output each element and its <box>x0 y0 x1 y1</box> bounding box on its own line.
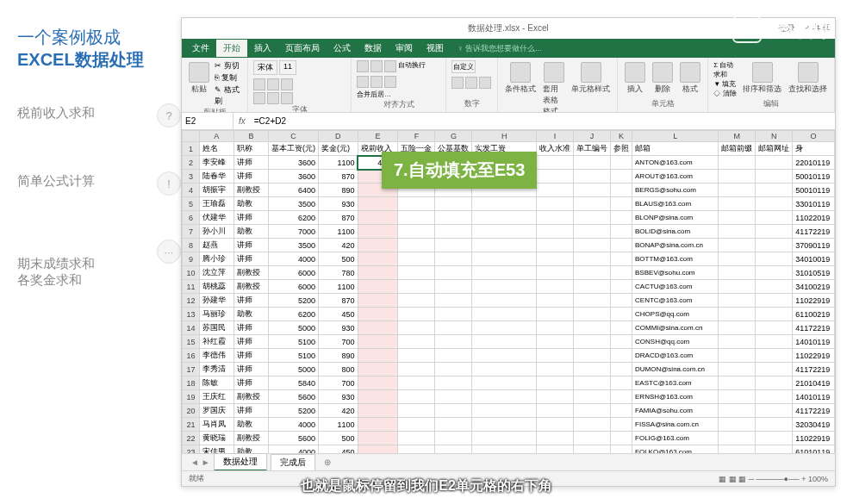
cell[interactable] <box>472 376 537 390</box>
cell[interactable]: 讲师 <box>233 363 268 376</box>
cell[interactable] <box>719 197 756 211</box>
cell[interactable] <box>472 197 537 211</box>
cell[interactable]: BERGS@sohu.com <box>632 184 719 197</box>
cell[interactable]: 1100 <box>318 156 358 170</box>
cell[interactable]: 800 <box>318 363 358 376</box>
cell[interactable]: 副教授 <box>233 266 268 280</box>
cell[interactable] <box>398 280 435 294</box>
header-cell[interactable]: 姓名 <box>199 142 233 156</box>
cell[interactable] <box>719 294 756 308</box>
cell[interactable] <box>358 308 398 321</box>
header-cell[interactable]: 收入水准 <box>537 142 574 156</box>
cell[interactable]: 助教 <box>233 308 268 321</box>
cell[interactable] <box>435 280 472 294</box>
cell[interactable]: 王庆红 <box>199 390 233 404</box>
cell[interactable] <box>358 252 398 266</box>
cell[interactable] <box>574 376 611 390</box>
cell[interactable]: 450 <box>318 308 358 321</box>
cell[interactable]: 马肖凤 <box>199 418 233 432</box>
cell[interactable]: 宋佳男 <box>199 445 233 454</box>
header-cell[interactable]: 基本工资(元) <box>268 142 318 156</box>
cell[interactable] <box>574 184 611 197</box>
cell[interactable] <box>611 349 632 363</box>
cell[interactable] <box>756 321 793 335</box>
cell[interactable]: 5100 <box>268 335 318 349</box>
cell[interactable] <box>358 445 398 454</box>
cell[interactable] <box>537 308 574 321</box>
cell[interactable] <box>756 197 793 211</box>
tab-review[interactable]: 审阅 <box>389 40 420 57</box>
cell[interactable] <box>398 404 435 418</box>
cell[interactable]: 讲师 <box>233 156 268 170</box>
cell[interactable] <box>398 252 435 266</box>
cell[interactable]: 沈立萍 <box>199 266 233 280</box>
cell[interactable] <box>398 294 435 308</box>
cell[interactable]: BLAUS@163.com <box>632 197 719 211</box>
cell[interactable]: 讲师 <box>233 335 268 349</box>
cell[interactable]: 罗国庆 <box>199 404 233 418</box>
cell[interactable] <box>435 390 472 404</box>
percent-button[interactable] <box>465 77 477 89</box>
col-header-C[interactable]: C <box>268 131 318 142</box>
cell[interactable]: 14010119 <box>793 390 835 404</box>
cell[interactable] <box>574 266 611 280</box>
cell[interactable] <box>719 280 756 294</box>
wrap-text-button[interactable]: 自动换行 <box>398 60 426 72</box>
format-cell-button[interactable]: 格式 <box>678 60 702 96</box>
cell[interactable]: 5200 <box>268 294 318 308</box>
cell[interactable] <box>719 239 756 252</box>
row-header-4[interactable]: 4 <box>183 184 200 197</box>
cond-format-button[interactable]: 条件格式 <box>503 60 538 96</box>
font-size-select[interactable]: 11 <box>279 60 296 75</box>
lesson-item-1[interactable]: 税前收入求和 ? <box>17 105 181 121</box>
cell[interactable] <box>398 445 435 454</box>
cell[interactable]: 61100219 <box>793 308 835 321</box>
cell[interactable] <box>472 252 537 266</box>
cell[interactable]: 870 <box>318 170 358 184</box>
cell[interactable] <box>358 239 398 252</box>
align-right-button[interactable] <box>384 76 396 88</box>
col-header-E[interactable]: E <box>358 131 398 142</box>
cell[interactable]: 34100219 <box>793 280 835 294</box>
tell-me-search[interactable]: ♀ 告诉我您想要做什么... <box>458 43 542 54</box>
cell[interactable] <box>537 211 574 225</box>
cell[interactable] <box>719 252 756 266</box>
col-header-G[interactable]: G <box>435 131 472 142</box>
cell[interactable] <box>398 266 435 280</box>
cell[interactable] <box>358 211 398 225</box>
header-cell[interactable]: 邮箱前缀 <box>719 142 756 156</box>
cell[interactable]: ERNSH@163.com <box>632 390 719 404</box>
clear-button[interactable]: ◇ 清除 <box>713 89 738 98</box>
cell[interactable] <box>719 445 756 454</box>
cell[interactable] <box>537 156 574 170</box>
cell[interactable]: 34010019 <box>793 252 835 266</box>
cell[interactable]: 3600 <box>268 156 318 170</box>
col-header-B[interactable]: B <box>233 131 268 142</box>
cell[interactable] <box>537 266 574 280</box>
cell[interactable]: CONSH@qq.com <box>632 335 719 349</box>
cell[interactable]: 4000 <box>268 252 318 266</box>
cell[interactable]: COMMI@sina.com.cn <box>632 321 719 335</box>
row-header-3[interactable]: 3 <box>183 170 200 184</box>
paste-button[interactable]: 粘贴 <box>187 60 211 96</box>
cell[interactable] <box>358 363 398 376</box>
cell[interactable] <box>756 390 793 404</box>
cell[interactable] <box>574 445 611 454</box>
cell[interactable]: BOLID@sina.com <box>632 225 719 239</box>
cell[interactable] <box>435 335 472 349</box>
cell[interactable]: BLONP@sina.com <box>632 211 719 225</box>
cell[interactable] <box>435 404 472 418</box>
cell[interactable] <box>611 376 632 390</box>
cell[interactable]: FOLKO@163.com <box>632 445 719 454</box>
col-header-F[interactable]: F <box>398 131 435 142</box>
cell[interactable] <box>537 280 574 294</box>
cell[interactable] <box>472 404 537 418</box>
cell[interactable]: 6000 <box>268 266 318 280</box>
row-header-5[interactable]: 5 <box>183 197 200 211</box>
cell[interactable]: 11022919 <box>793 432 835 445</box>
cell[interactable] <box>358 321 398 335</box>
cell[interactable] <box>398 349 435 363</box>
cell[interactable] <box>435 349 472 363</box>
cell[interactable]: 副教授 <box>233 280 268 294</box>
header-cell[interactable]: 参照 <box>611 142 632 156</box>
